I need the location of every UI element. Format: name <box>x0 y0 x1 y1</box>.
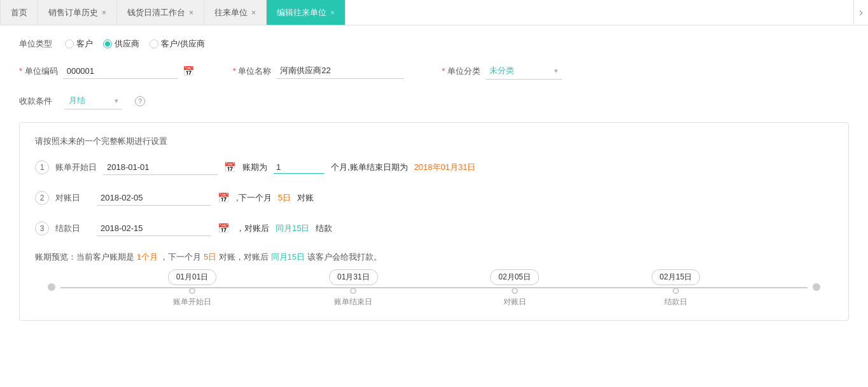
unit-category-select[interactable]: 未分类 ▾ <box>486 62 562 80</box>
unit-category-field: 单位分类 未分类 ▾ <box>442 62 562 80</box>
tab-cash-close[interactable]: × <box>189 8 193 17</box>
step3-suffix2: 结款 <box>316 223 332 234</box>
unit-category-label: 单位分类 <box>442 66 480 77</box>
timeline-date-2: 01月31日 <box>329 269 378 285</box>
preview-suffix: 该客户会给我打款。 <box>307 252 382 262</box>
payment-terms-help-icon[interactable]: ? <box>135 96 145 106</box>
step-num-3: 3 <box>35 222 49 236</box>
tab-home[interactable]: 首页 <box>0 0 38 25</box>
step1-period-input[interactable] <box>274 161 325 174</box>
unit-type-label: 单位类型 <box>19 38 52 50</box>
timeline-date-3: 02月05日 <box>490 269 539 285</box>
timeline-date-1: 01月01日 <box>168 269 217 285</box>
timeline-node-4: 02月15日 结款日 <box>652 269 701 307</box>
tab-sales-label: 销售订单历史 <box>48 7 98 18</box>
timeline-date-4: 02月15日 <box>652 269 701 285</box>
timeline-dot-4 <box>673 288 679 294</box>
step-label-1: 账单开始日 <box>55 162 97 173</box>
step3-date-input[interactable] <box>97 221 211 236</box>
step-row-2: 2 对账日 📅 ,下一个月 5日 对账 <box>35 190 833 206</box>
timeline-dot-2 <box>350 288 356 294</box>
radio-customer-label: 客户 <box>76 38 93 50</box>
timeline-right-end <box>813 283 820 291</box>
tab-cash-label: 钱货日清工作台 <box>127 7 185 18</box>
timeline-dot-3 <box>512 288 518 294</box>
timeline-node-3: 02月05日 对账日 <box>490 269 539 307</box>
step1-period-unit: 个月,账单结束日期为 <box>331 162 408 173</box>
radio-supplier-circle <box>103 39 112 48</box>
unit-name-field: 单位名称 <box>233 64 404 79</box>
step2-suffix: ,下一个月 <box>236 192 272 204</box>
step-label-3: 结款日 <box>55 223 90 234</box>
preview-part1: 1个月 <box>137 252 158 262</box>
tab-edit-partner[interactable]: 编辑往来单位 × <box>267 0 346 25</box>
step-num-1: 1 <box>35 160 49 174</box>
step-num-2: 2 <box>35 191 49 205</box>
tab-sales-history[interactable]: 销售订单历史 × <box>38 0 117 25</box>
unit-name-label: 单位名称 <box>233 66 272 77</box>
step1-calendar-icon[interactable]: 📅 <box>224 162 236 173</box>
step-label-2: 对账日 <box>55 192 90 204</box>
timeline-right-dot <box>813 283 820 291</box>
step2-highlight: 5日 <box>278 192 291 204</box>
payment-terms-row: 收款条件 月结 ▾ ? <box>19 92 849 109</box>
preview-middle1: ，下一个月 <box>160 252 201 262</box>
step2-calendar-icon[interactable]: 📅 <box>218 192 230 204</box>
preview-middle2: 对账，对账后 <box>219 252 269 262</box>
step3-calendar-icon[interactable]: 📅 <box>218 223 230 234</box>
timeline-label-4: 结款日 <box>664 297 687 307</box>
radio-both-label: 客户/供应商 <box>161 38 205 50</box>
unit-name-input[interactable] <box>276 64 403 79</box>
tab-overflow-arrow[interactable]: › <box>853 0 868 25</box>
timeline-left-dot <box>48 283 55 291</box>
radio-supplier[interactable]: 供应商 <box>103 38 139 50</box>
unit-code-input[interactable] <box>63 64 178 79</box>
tab-partner-label: 往来单位 <box>214 7 248 18</box>
unit-code-field: 单位编码 📅 <box>19 64 195 79</box>
section-title: 请按照未来的一个完整帐期进行设置 <box>35 136 833 147</box>
preview-part2: 5日 <box>204 252 216 262</box>
step3-suffix: ，对账后 <box>236 223 269 234</box>
tab-sales-close[interactable]: × <box>102 8 106 17</box>
arrow-right-icon: › <box>859 6 863 19</box>
tab-cash-work[interactable]: 钱货日清工作台 × <box>117 0 204 25</box>
timeline-dot-1 <box>189 288 195 294</box>
unit-type-row: 单位类型 客户 供应商 客户/供应商 <box>19 38 849 50</box>
payment-terms-value: 月结 <box>69 95 85 106</box>
timeline-node-1: 01月01日 账单开始日 <box>168 269 217 307</box>
timeline-container: 01月01日 账单开始日 01月31日 账单结束日 02月05日 对账日 <box>35 269 833 307</box>
payment-terms-label: 收款条件 <box>19 95 52 107</box>
step1-period-end: 2018年01月31日 <box>414 162 476 173</box>
radio-customer[interactable]: 客户 <box>65 38 93 50</box>
unit-code-label: 单位编码 <box>19 66 58 77</box>
timeline-left-end <box>48 283 55 291</box>
timeline-label-2: 账单结束日 <box>334 297 372 307</box>
section-box: 请按照未来的一个完整帐期进行设置 1 账单开始日 📅 账期为 个月,账单结束日期… <box>19 122 849 321</box>
unit-code-calendar-icon[interactable]: 📅 <box>183 66 195 77</box>
step3-highlight: 同月15日 <box>276 223 309 234</box>
radio-both-circle <box>150 39 158 48</box>
radio-supplier-label: 供应商 <box>115 38 139 50</box>
tab-partner[interactable]: 往来单位 × <box>204 0 267 25</box>
radio-customer-circle <box>65 39 74 48</box>
radio-both[interactable]: 客户/供应商 <box>150 38 205 50</box>
preview-part3: 同月15日 <box>271 252 305 262</box>
unit-category-chevron: ▾ <box>554 67 558 75</box>
unit-type-radio-group: 客户 供应商 客户/供应商 <box>65 38 205 50</box>
timeline-label-1: 账单开始日 <box>173 297 211 307</box>
timeline-label-3: 对账日 <box>503 297 526 307</box>
step2-suffix2: 对账 <box>297 192 314 204</box>
step1-date-input[interactable] <box>103 160 218 175</box>
timeline-nodes: 01月01日 账单开始日 01月31日 账单结束日 02月05日 对账日 <box>48 269 820 307</box>
step2-date-input[interactable] <box>97 190 211 206</box>
step-row-1: 1 账单开始日 📅 账期为 个月,账单结束日期为 2018年01月31日 <box>35 160 833 175</box>
payment-terms-chevron: ▾ <box>115 97 118 105</box>
tab-partner-close[interactable]: × <box>251 8 256 17</box>
step1-suffix: 账期为 <box>242 162 267 173</box>
preview-prefix: 账期预览：当前客户账期是 <box>35 252 134 262</box>
tab-edit-partner-close[interactable]: × <box>330 8 335 17</box>
timeline-node-2: 01月31日 账单结束日 <box>329 269 378 307</box>
step-row-3: 3 结款日 📅 ，对账后 同月15日 结款 <box>35 221 833 236</box>
payment-terms-select[interactable]: 月结 ▾ <box>65 92 122 109</box>
main-content: 单位类型 客户 供应商 客户/供应商 单位编码 📅 单位名称 <box>0 25 868 387</box>
